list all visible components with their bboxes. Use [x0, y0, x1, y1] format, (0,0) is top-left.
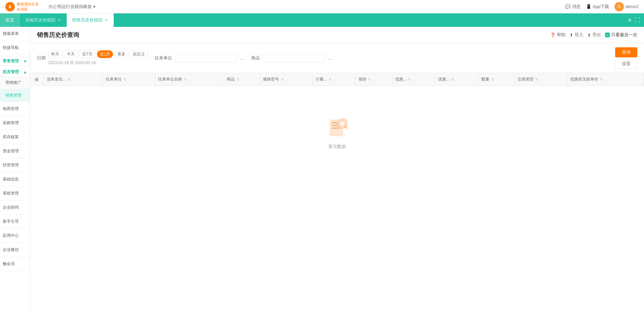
date-label: 日期 [37, 55, 46, 61]
sidebar-item-enterprise[interactable]: 企业协同 [0, 201, 30, 215]
chevron-down-icon: ▾ [93, 4, 96, 9]
page-header: 销售历史价查询 ❓ 帮助 ⬆ 导入 ⬇ 导出 ✓ 只看最后一次 [30, 27, 644, 43]
chevron-down-icon: ▼ [23, 59, 27, 64]
date-range-text: 2023-02-18 至 2023-03-18 [48, 60, 148, 66]
help-icon: ❓ [550, 33, 555, 38]
tab-sales-history[interactable]: 销售历史价跟踪 ✕ [67, 13, 114, 27]
date-btn-last1month[interactable]: 近1月 [97, 50, 113, 58]
tab-bar: 首页 采购历史价跟踪 ✕ 销售历史价跟踪 ✕ ✕ ⛶ [0, 13, 644, 27]
sidebar-item-purchase[interactable]: 采购管理 [0, 116, 30, 130]
page-title: 销售历史价查询 [37, 31, 79, 39]
col-pre-discount-price[interactable]: 优惠前无税单价 ⇅ [567, 73, 644, 86]
sidebar-item-ecommerce[interactable]: 电商管理 [0, 102, 30, 116]
col-unit[interactable]: 计量... ⇅ [313, 73, 356, 86]
sidebar-item-operations[interactable]: 经营管理 [0, 158, 30, 172]
partner-label: 往来单位 [155, 55, 172, 61]
sidebar-item-retail-mgmt[interactable]: 零售管理 ▼ [0, 55, 30, 66]
close-sales-tab-icon[interactable]: ✕ [105, 18, 108, 22]
sidebar-item-search-menu[interactable]: 搜索菜单 [0, 27, 30, 41]
sort-icon: ⇅ [600, 78, 603, 81]
close-tab-button[interactable]: ✕ [628, 17, 632, 23]
export-icon: ⬇ [587, 33, 591, 38]
sort-icon: ⇅ [491, 78, 494, 81]
sidebar-item-marketing[interactable]: 营销推广 [0, 76, 30, 89]
partner-input[interactable] [175, 54, 237, 62]
tab-actions: ✕ ⛶ [624, 13, 644, 27]
import-link[interactable]: ⬆ 导入 [570, 32, 583, 38]
expand-button[interactable]: ⛶ [635, 17, 640, 23]
account-dropdown[interactable]: 办公用品行业模拟账套 ▾ [48, 4, 96, 10]
table-container: ⚙ 业务发生... ⇅ 往来单位 ⇅ 往来单位名称 ⇅ [30, 73, 644, 310]
partner-dots[interactable]: ... [240, 55, 244, 61]
col-discount-amt[interactable]: 优惠... ⇅ [435, 73, 479, 86]
sidebar-item-quick-nav[interactable]: 快捷导航 [0, 41, 30, 55]
content-area: 销售历史价查询 ❓ 帮助 ⬆ 导入 ⬇ 导出 ✓ 只看最后一次 [30, 27, 644, 310]
sort-icon: ⇅ [236, 78, 239, 81]
chevron-up-icon: ▲ [23, 70, 27, 74]
page-actions: ❓ 帮助 ⬆ 导入 ⬇ 导出 ✓ 只看最后一次 [550, 32, 637, 38]
sidebar-item-wholesale-mgmt[interactable]: 批发管理 ▲ [0, 66, 30, 76]
product-label: 商品 [251, 55, 260, 61]
col-discount-rate[interactable]: 优惠... ⇅ [392, 73, 435, 86]
export-link[interactable]: ⬇ 导出 [587, 32, 601, 38]
sort-icon: ⇅ [68, 78, 70, 81]
sort-icon: ⇅ [368, 78, 371, 81]
sort-icon: ⇅ [535, 78, 538, 81]
sort-icon: ⇅ [451, 78, 454, 81]
filter-bar: 日期 昨天 今天 近7天 近1月 更多 自定义 2023-02-18 至 202… [30, 43, 644, 73]
partner-filter-group: 往来单位 ... [155, 54, 244, 62]
col-partner-code[interactable]: 往来单位 ⇅ [103, 73, 155, 86]
help-link[interactable]: ❓ 帮助 [550, 32, 566, 38]
sidebar-item-app-center[interactable]: 应用中心 [0, 229, 30, 243]
logo-icon: 6 [5, 2, 15, 11]
empty-text: 暂元数据 [328, 144, 346, 150]
checkbox-checked-icon: ✓ [605, 33, 610, 37]
tab-home[interactable]: 首页 [0, 13, 20, 27]
date-btn-more[interactable]: 更多 [114, 50, 128, 58]
app-download-button[interactable]: 📱 App下载 [586, 4, 609, 10]
sidebar-item-system[interactable]: 系统管理 [0, 187, 30, 201]
message-button[interactable]: 💬 消息 [565, 4, 581, 10]
sidebar-item-finance[interactable]: 资金管理 [0, 144, 30, 158]
sidebar-item-sales-mgmt[interactable]: 销售管理 [0, 89, 30, 102]
sort-icon: ⇅ [123, 78, 126, 81]
empty-illustration [324, 113, 351, 140]
sidebar-item-vip[interactable]: 畅会员 [0, 257, 30, 271]
col-biz-date[interactable]: 业务发生... ⇅ [44, 73, 103, 86]
settings-button[interactable]: 设置 [615, 59, 637, 69]
sort-icon: ⇅ [184, 78, 187, 81]
product-input[interactable] [263, 54, 325, 62]
top-bar-right: 💬 消息 📱 App下载 D demo2 [565, 2, 639, 11]
search-button[interactable]: 查询 [615, 47, 637, 57]
col-trade-type[interactable]: 交易类型 ⇅ [515, 73, 567, 86]
col-partner-name[interactable]: 往来单位名称 ⇅ [155, 73, 224, 86]
empty-state: 暂元数据 [30, 86, 644, 176]
sidebar-item-basic-info[interactable]: 基础信息 [0, 172, 30, 187]
col-quote[interactable]: 报价 ⇅ [356, 73, 392, 86]
sidebar-item-inventory[interactable]: 库存核算 [0, 130, 30, 144]
sort-icon: ⇅ [281, 78, 284, 81]
gear-icon[interactable]: ⚙ [35, 77, 39, 82]
close-purchase-tab-icon[interactable]: ✕ [58, 18, 61, 22]
col-product[interactable]: 商品 ⇅ [224, 73, 260, 86]
date-filter-group: 日期 昨天 今天 近7天 近1月 更多 自定义 2023-02-18 至 202… [37, 50, 148, 66]
date-btn-custom[interactable]: 自定义 [130, 50, 148, 58]
date-btn-yesterday[interactable]: 昨天 [48, 50, 62, 58]
col-settings[interactable]: ⚙ [30, 73, 44, 86]
product-filter-group: 商品 ... [251, 54, 332, 62]
logo-text: 畅捷通好生意 标准版 [17, 2, 39, 11]
product-dots[interactable]: ... [328, 55, 332, 61]
sidebar-item-guide[interactable]: 新手引导 [0, 215, 30, 229]
user-menu[interactable]: D demo2 [614, 2, 639, 11]
last-only-checkbox[interactable]: ✓ 只看最后一次 [605, 32, 637, 38]
col-quantity[interactable]: 数量 ⇅ [478, 73, 515, 86]
date-btn-last7days[interactable]: 近7天 [79, 50, 96, 58]
import-icon: ⬆ [570, 33, 573, 38]
top-bar: 6 畅捷通好生意 标准版 办公用品行业模拟账套 ▾ 💬 消息 📱 App下载 D… [0, 0, 644, 13]
tab-purchase-history[interactable]: 采购历史价跟踪 ✕ [20, 13, 67, 27]
date-btn-today[interactable]: 今天 [64, 50, 78, 58]
col-spec[interactable]: 规格型号 ⇅ [260, 73, 313, 86]
sort-icon: ⇅ [329, 78, 331, 81]
sidebar-item-wechat[interactable]: 企业微信 [0, 243, 30, 257]
svg-rect-3 [332, 125, 338, 126]
